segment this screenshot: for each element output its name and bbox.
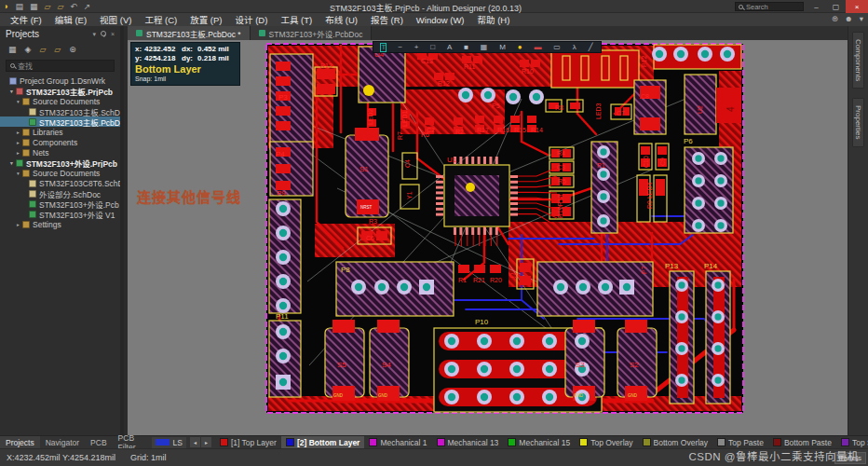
layer-tab[interactable]: Mechanical 13 — [432, 436, 504, 448]
tree-arrow-icon[interactable]: ▾ — [8, 89, 15, 94]
tree-item[interactable]: ▾Source Documents — [0, 96, 120, 106]
projects-search-placeholder: 查找 — [18, 61, 33, 71]
panel-tab-components[interactable]: Components — [852, 32, 864, 89]
projects-search-input[interactable]: 查找 — [6, 60, 115, 72]
menu-item[interactable]: 报告 (R) — [364, 13, 410, 26]
user-icon[interactable]: ☻ — [845, 14, 853, 23]
save-icon[interactable]: ▤ — [15, 3, 23, 11]
chevron-down-icon[interactable]: ▾ — [92, 31, 96, 38]
tree-item[interactable]: STM32F103C8T6.SchDoc — [0, 178, 120, 188]
panel-tab-properties[interactable]: Properties — [852, 98, 864, 146]
global-search[interactable]: Search — [735, 2, 804, 11]
string-icon[interactable]: A — [447, 44, 452, 51]
tree-item[interactable]: ▾STM32F103+外设.PrjPcb — [0, 158, 120, 168]
altium-logo[interactable]: ◗ — [4, 3, 8, 11]
menu-item[interactable]: 设计 (D) — [229, 13, 275, 26]
menu-item[interactable]: 工程 (C) — [138, 13, 183, 26]
fill-icon[interactable]: ■ — [464, 44, 468, 51]
svg-text:P6: P6 — [684, 137, 693, 145]
menu-item[interactable]: Window (W) — [410, 15, 471, 25]
layer-tab[interactable]: Top Overlay — [575, 436, 637, 448]
menu-item[interactable]: 文件 (F) — [4, 13, 48, 26]
document-tab[interactable]: STM32F103+外设.PcbDoc — [251, 26, 373, 40]
chevron-down-icon[interactable]: ▾ — [860, 14, 863, 23]
compile-icon[interactable]: ▦ — [8, 46, 17, 54]
bottom-tab-pcb[interactable]: PCB — [85, 436, 112, 448]
active-layer-indicator: Bottom Layer — [135, 63, 236, 75]
tree-item[interactable]: STM32F103主板.SchDoc — [0, 106, 120, 116]
layer-tab[interactable]: Bottom Paste — [768, 436, 836, 448]
bottom-tab-navigator[interactable]: Navigator — [40, 436, 85, 448]
pin-icon[interactable] — [101, 31, 106, 36]
layer-tab[interactable]: Mechanical 1 — [364, 436, 431, 448]
tree-arrow-icon[interactable]: ▸ — [15, 130, 21, 135]
menu-item[interactable]: 编辑 (E) — [48, 13, 93, 26]
layer-tab[interactable]: Top Solder — [836, 436, 868, 448]
document-tab[interactable]: STM32F103主板.PcbDoc * — [128, 26, 251, 40]
layer-tab[interactable]: [1] Top Layer — [215, 436, 281, 448]
next-layer-button[interactable]: ▸ — [201, 437, 211, 447]
bottom-tab-pcb-filter[interactable]: PCB Filter — [113, 436, 142, 448]
polygon-icon[interactable]: ▦ — [481, 44, 488, 51]
layer-tab[interactable]: [2] Bottom Layer — [281, 436, 365, 448]
maximize-button[interactable]: ▢ — [826, 0, 846, 13]
tree-item[interactable]: 外设部分.SchDoc — [0, 188, 120, 199]
folder-icon[interactable]: ▱ — [39, 46, 46, 54]
pad-icon[interactable]: □ — [430, 44, 435, 51]
open-project-icon[interactable]: ▱ — [57, 3, 63, 11]
tree-item[interactable]: ▾STM32F103主板.PrjPcb — [0, 86, 120, 96]
tree-arrow-icon[interactable]: ▸ — [15, 150, 21, 156]
pcb-canvas[interactable]: P3R13U4C13R12R11R10P5P12C8LED2LED1LED3R8… — [128, 40, 848, 435]
menu-item[interactable]: 工具 (T) — [274, 13, 319, 26]
open-folder-icon[interactable]: ▱ — [44, 3, 50, 11]
tree-item[interactable]: STM32F103+外设 V1 — [0, 209, 120, 219]
bottom-tab-projects[interactable]: Projects — [0, 436, 40, 448]
tree-arrow-icon[interactable]: ▾ — [15, 99, 21, 104]
menu-item[interactable]: 视图 (V) — [93, 13, 138, 26]
folder-open-icon[interactable]: ▱ — [54, 46, 61, 54]
storage-icon[interactable]: ▦ — [30, 3, 38, 11]
tree-arrow-icon[interactable]: ▸ — [15, 222, 21, 227]
tree-arrow-icon[interactable]: ▾ — [15, 171, 21, 176]
tree-item[interactable]: ▸Nets — [0, 147, 120, 158]
net-icon[interactable]: λ — [573, 44, 576, 51]
via-icon[interactable]: + — [414, 44, 419, 51]
room-icon[interactable]: ▭ — [553, 44, 561, 51]
close-button[interactable]: × — [846, 0, 868, 13]
layer-set-chip[interactable]: LS — [152, 437, 185, 448]
menu-item[interactable]: 帮助 (H) — [471, 13, 517, 26]
tree-item[interactable]: STM32F103+外设.Pcb — [0, 199, 120, 209]
tree-arrow-icon[interactable]: ▸ — [15, 140, 21, 145]
settings-icon[interactable]: ⊛ — [69, 46, 76, 54]
route-icon[interactable]: ~ — [398, 44, 402, 51]
line-icon[interactable]: ╱ — [589, 44, 593, 51]
bulb-icon[interactable]: ● — [518, 44, 522, 51]
layer-tab[interactable]: Bottom Overlay — [638, 436, 713, 448]
tree-item[interactable]: ▸Libraries — [0, 127, 120, 137]
component-icon[interactable]: ▬ — [535, 44, 542, 51]
tree-item[interactable]: ▸Components — [0, 137, 120, 147]
shield-icon[interactable]: ◈ — [25, 46, 32, 54]
svg-text:R15: R15 — [514, 127, 526, 133]
menu-item[interactable]: 布线 (U) — [319, 13, 364, 26]
layer-tab[interactable]: Top Paste — [712, 436, 768, 448]
tree-item[interactable]: ▸Settings — [0, 219, 120, 229]
svg-text:P10: P10 — [475, 318, 489, 326]
close-icon[interactable]: × — [111, 31, 115, 38]
tree-item[interactable]: ▾Source Documents — [0, 168, 120, 178]
tree-item[interactable]: STM32F103主板.PcbDoc — [0, 116, 120, 127]
svg-text:R12: R12 — [438, 80, 450, 87]
menubar-right-icons: ⊛☻▾ — [832, 14, 863, 23]
layer-tab[interactable]: Mechanical 15 — [503, 436, 575, 448]
minimize-button[interactable]: – — [807, 0, 826, 13]
redo-icon[interactable]: ↗ — [84, 3, 91, 11]
tree-item[interactable]: Project Group 1.DsnWrk — [0, 75, 120, 86]
tree-arrow-icon[interactable]: ▾ — [8, 160, 15, 166]
dimension-icon[interactable]: M — [499, 44, 506, 51]
settings-icon[interactable]: ⊛ — [832, 14, 838, 23]
undo-icon[interactable]: ↶ — [70, 3, 77, 11]
interactive-route-icon[interactable]: T — [381, 44, 386, 51]
prev-layer-button[interactable]: ◂ — [190, 437, 200, 447]
menu-item[interactable]: 放置 (P) — [183, 13, 228, 26]
svg-text:Y1: Y1 — [406, 191, 413, 199]
